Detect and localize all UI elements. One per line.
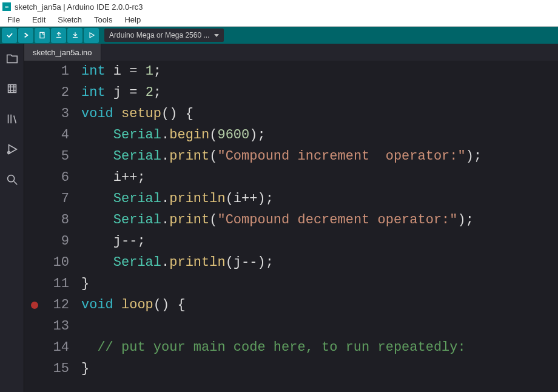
menu-help[interactable]: Help	[119, 14, 146, 25]
open-sketch-button[interactable]	[51, 28, 66, 43]
line-number-gutter: 123456789101112131415	[45, 61, 78, 392]
code-source[interactable]: int i = 1;int j = 2;void setup() { Seria…	[78, 61, 558, 392]
editor-tabbar: sketch_jan5a.ino	[24, 44, 558, 61]
breakpoint-gutter[interactable]	[24, 61, 45, 392]
window-title: sketch_jan5a | Arduino IDE 2.0.0-rc3	[15, 2, 143, 12]
upload-button[interactable]	[18, 28, 33, 43]
board-selector[interactable]: Arduino Mega or Mega 2560 ...	[104, 29, 224, 42]
debug-sidebar-icon[interactable]	[5, 142, 19, 157]
svg-rect-2	[8, 85, 16, 93]
search-icon[interactable]	[5, 172, 19, 187]
main-area: sketch_jan5a.ino 123456789101112131415 i…	[0, 44, 558, 392]
breakpoint-dot[interactable]	[31, 302, 38, 309]
code-editor[interactable]: 123456789101112131415 int i = 1;int j = …	[24, 61, 558, 392]
editor-pane: sketch_jan5a.ino 123456789101112131415 i…	[24, 44, 558, 392]
svg-marker-1	[90, 33, 94, 38]
debug-button[interactable]	[84, 28, 99, 43]
editor-tab-label: sketch_jan5a.ino	[33, 48, 92, 57]
sketchbook-icon[interactable]	[5, 51, 19, 66]
menu-edit[interactable]: Edit	[27, 14, 50, 25]
save-sketch-button[interactable]	[67, 28, 82, 43]
svg-point-5	[7, 175, 14, 182]
menubar: File Edit Sketch Tools Help	[0, 13, 558, 27]
window-titlebar: ∞ sketch_jan5a | Arduino IDE 2.0.0-rc3	[0, 0, 558, 13]
editor-tab[interactable]: sketch_jan5a.ino	[24, 44, 101, 61]
arduino-app-icon: ∞	[2, 2, 11, 11]
boards-manager-icon[interactable]	[5, 81, 19, 96]
new-sketch-button[interactable]	[35, 28, 50, 43]
toolbar: Arduino Mega or Mega 2560 ...	[0, 27, 558, 44]
library-manager-icon[interactable]	[5, 112, 19, 126]
menu-sketch[interactable]: Sketch	[53, 14, 87, 25]
verify-button[interactable]	[2, 28, 17, 43]
menu-file[interactable]: File	[2, 14, 25, 25]
activity-bar	[0, 44, 24, 392]
menu-tools[interactable]: Tools	[89, 14, 117, 25]
svg-rect-0	[39, 32, 44, 38]
board-selector-label: Arduino Mega or Mega 2560 ...	[109, 31, 209, 39]
